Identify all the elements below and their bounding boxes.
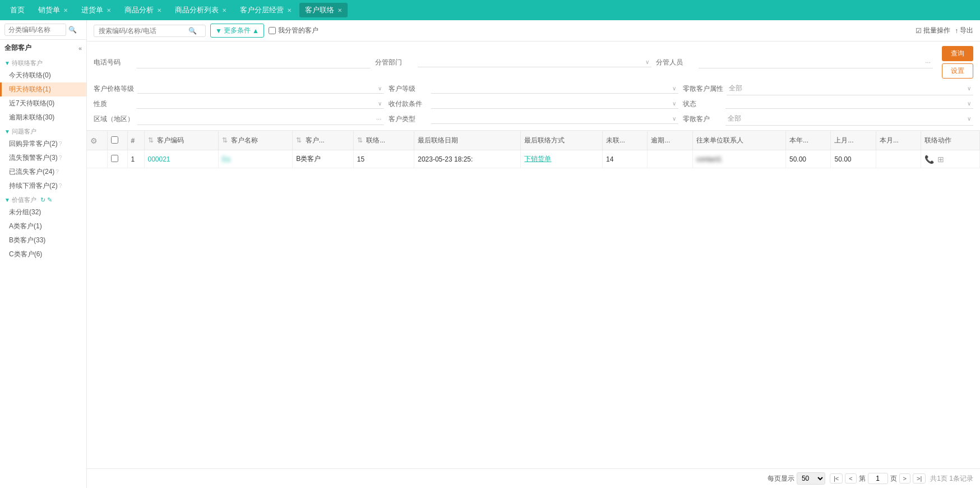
nav-product-analysis-list[interactable]: 商品分析列表 ✕ bbox=[169, 3, 232, 17]
chevron-down-icon: ∨ bbox=[672, 100, 676, 107]
retail-customer-field: 零散客户 全部 ∨ bbox=[683, 112, 973, 126]
my-customers-checkbox-label[interactable]: 我分管的客户 bbox=[269, 26, 318, 35]
th-overdue: 逾期... bbox=[648, 131, 692, 150]
th-index: # bbox=[127, 131, 144, 150]
close-icon[interactable]: ✕ bbox=[63, 7, 68, 13]
customer-type-field: 客户类型 ∨ bbox=[389, 114, 679, 124]
search-input[interactable] bbox=[99, 27, 188, 35]
prev-page-btn[interactable]: < bbox=[845, 473, 856, 484]
page-input[interactable] bbox=[868, 473, 888, 484]
sidebar-item-today-contact[interactable]: 今天待联络(0) bbox=[0, 68, 86, 82]
sidebar-item-ungrouped[interactable]: 未分组(32) bbox=[0, 205, 86, 219]
manager-select[interactable]: ··· bbox=[699, 57, 933, 68]
close-icon[interactable]: ✕ bbox=[157, 7, 161, 13]
nav-home[interactable]: 首页 bbox=[4, 3, 30, 17]
th-checkbox bbox=[107, 131, 127, 150]
next-page-btn[interactable]: > bbox=[899, 473, 910, 484]
manager-field: 分管人员 ··· bbox=[656, 57, 933, 68]
price-level-select[interactable]: ∨ bbox=[137, 84, 384, 94]
sidebar-item-7day-contact[interactable]: 近7天待联络(0) bbox=[0, 96, 86, 111]
table-container: ⚙ # ⇅ 客户编码 ⇅ 客户名称 bbox=[87, 131, 980, 468]
th-this-year: 本年... bbox=[785, 131, 830, 150]
status-select[interactable]: ∨ bbox=[725, 99, 973, 109]
sidebar-item-churned[interactable]: 已流失客户(24) ? bbox=[0, 165, 86, 179]
retail-attr-label: 零散客户属性 bbox=[683, 84, 723, 94]
sidebar-item-declining[interactable]: 持续下滑客户(2) ? bbox=[0, 179, 86, 193]
close-icon[interactable]: ✕ bbox=[287, 7, 292, 13]
settings-gear-icon[interactable]: ⚙ bbox=[90, 136, 98, 145]
sidebar-search-input[interactable] bbox=[4, 24, 66, 36]
search-icon[interactable]: 🔍 bbox=[188, 27, 197, 35]
sidebar-item-churn-warning[interactable]: 流失预警客户(3) ? bbox=[0, 151, 86, 165]
close-icon[interactable]: ✕ bbox=[107, 7, 111, 13]
td-action: 📞 ⊞ bbox=[921, 150, 980, 168]
total-records: 共1页 1条记录 bbox=[930, 474, 973, 484]
retail-attr-field: 零散客户属性 全部 ∨ bbox=[683, 82, 973, 95]
phone-action-icon[interactable]: 📞 bbox=[924, 155, 934, 164]
td-last-contact-method[interactable]: 下销货单 bbox=[521, 150, 603, 168]
help-icon: ? bbox=[59, 155, 62, 161]
sidebar-item-overdue-contact[interactable]: 逾期未联络(30) bbox=[0, 111, 86, 125]
all-customers-header[interactable]: 全部客户 « bbox=[0, 40, 86, 56]
nav-customer-contact[interactable]: 客户联络 ✕ bbox=[299, 3, 348, 17]
table-body: 1 000021 Ea B类客户 15 2023-05-23 18:25: 下销… bbox=[87, 150, 980, 168]
refresh-icon[interactable]: ↻ bbox=[40, 196, 45, 204]
chevron-down-icon: ∨ bbox=[378, 85, 382, 91]
td-last-contact-date: 2023-05-23 18:25: bbox=[414, 150, 521, 168]
th-name: ⇅ 客户名称 bbox=[218, 131, 292, 150]
close-icon[interactable]: ✕ bbox=[338, 7, 342, 13]
sidebar-search-icon[interactable]: 🔍 bbox=[68, 26, 77, 34]
nav-sales-order[interactable]: 销货单 ✕ bbox=[33, 3, 73, 17]
gender-select[interactable]: ∨ bbox=[136, 99, 384, 109]
td-this-month bbox=[876, 150, 921, 168]
customer-level-select[interactable]: ∨ bbox=[431, 84, 679, 94]
page-suffix: 页 bbox=[890, 474, 897, 484]
sidebar-item-class-c[interactable]: C类客户(6) bbox=[0, 247, 86, 261]
first-page-btn[interactable]: |< bbox=[830, 473, 843, 484]
page-size-select[interactable]: 50 100 200 bbox=[797, 472, 825, 485]
more-conditions-btn[interactable]: ▼ 更多条件 ▲ bbox=[210, 24, 264, 38]
sort-icon: ⇅ bbox=[222, 136, 228, 144]
retail-attr-select[interactable]: 全部 ∨ bbox=[727, 82, 973, 95]
close-icon[interactable]: ✕ bbox=[222, 7, 226, 13]
last-page-btn[interactable]: >| bbox=[913, 473, 926, 484]
sidebar-item-tomorrow-contact[interactable]: 明天待联络(1) bbox=[0, 82, 86, 96]
customer-level-label: 客户等级 bbox=[389, 84, 428, 94]
contact-method-link[interactable]: 下销货单 bbox=[524, 155, 551, 163]
customer-type-select[interactable]: ∨ bbox=[431, 114, 679, 124]
query-button[interactable]: 查询 bbox=[942, 46, 973, 61]
row-checkbox[interactable] bbox=[111, 155, 118, 162]
grid-action-icon[interactable]: ⊞ bbox=[937, 155, 944, 164]
footer: 每页显示 50 100 200 |< < 第 页 > >| 共1页 1条记录 bbox=[87, 468, 980, 488]
settings-button[interactable]: 设置 bbox=[942, 63, 973, 79]
my-customers-checkbox[interactable] bbox=[269, 27, 276, 34]
batch-op-btn[interactable]: ☑ 批量操作 bbox=[916, 26, 950, 35]
td-overdue bbox=[648, 150, 692, 168]
region-select[interactable]: ··· bbox=[137, 113, 384, 125]
toolbar-right: ☑ 批量操作 ↑ 导出 bbox=[916, 26, 973, 35]
export-btn[interactable]: ↑ 导出 bbox=[955, 26, 973, 35]
phone-input[interactable] bbox=[136, 57, 371, 68]
dept-select[interactable]: ∨ bbox=[418, 57, 652, 67]
td-type: B类客户 bbox=[293, 150, 353, 168]
status-field: 状态 ∨ bbox=[683, 99, 973, 109]
edit-icon[interactable]: ✎ bbox=[47, 196, 52, 204]
sidebar-item-class-b[interactable]: B类客户(33) bbox=[0, 233, 86, 247]
phone-label: 电话号码 bbox=[94, 58, 133, 67]
toolbar: 🔍 ▼ 更多条件 ▲ 我分管的客户 ☑ 批量操作 ↑ 导出 bbox=[87, 20, 980, 42]
td-checkbox bbox=[107, 150, 127, 168]
help-icon: ? bbox=[59, 183, 62, 189]
retail-customer-select[interactable]: 全部 ∨ bbox=[725, 112, 973, 126]
filter-actions: 查询 设置 bbox=[942, 46, 973, 79]
nav-purchase-order[interactable]: 进货单 ✕ bbox=[76, 3, 117, 17]
sidebar-item-repurchase-abnormal[interactable]: 回购异常客户(2) ? bbox=[0, 137, 86, 151]
td-this-year: 50.00 bbox=[785, 150, 830, 168]
select-all-checkbox[interactable] bbox=[111, 136, 118, 144]
sidebar-item-class-a[interactable]: A类客户(1) bbox=[0, 219, 86, 233]
td-last-month: 50.00 bbox=[831, 150, 876, 168]
nav-product-analysis[interactable]: 商品分析 ✕ bbox=[119, 3, 167, 17]
payment-select[interactable]: ∨ bbox=[431, 99, 679, 109]
td-code[interactable]: 000021 bbox=[144, 150, 218, 168]
nav-customer-tier[interactable]: 客户分层经营 ✕ bbox=[234, 3, 297, 17]
td-name[interactable]: Ea bbox=[218, 150, 292, 168]
